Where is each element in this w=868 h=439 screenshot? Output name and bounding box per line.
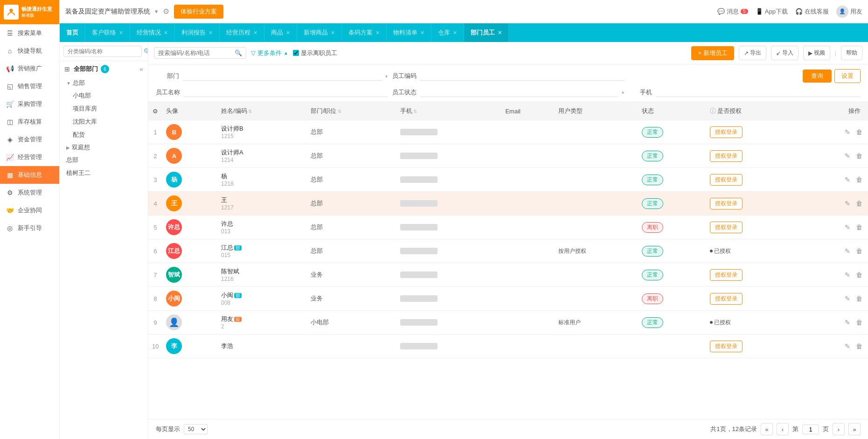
edit-btn[interactable]: ✎ <box>843 270 852 279</box>
message-btn[interactable]: 💬 消息 5 <box>717 7 748 16</box>
col-name[interactable]: 姓名/编码 ⇅ <box>217 102 307 120</box>
add-employee-btn[interactable]: + 新增员工 <box>691 46 734 60</box>
tree-leaf-plantwang[interactable]: 植树王二 <box>60 167 148 180</box>
tab-operation-process[interactable]: 经营历程 ✕ <box>220 23 264 42</box>
delete-btn[interactable]: 🗑 <box>854 223 864 232</box>
auth-btn[interactable]: 授权登录 <box>710 174 743 186</box>
filter-search-input[interactable] <box>158 49 233 56</box>
employee-name-input[interactable] <box>184 88 388 97</box>
delete-btn[interactable]: 🗑 <box>854 175 864 184</box>
more-filter-btn[interactable]: ▽ 更多条件 ▲ <box>251 49 288 57</box>
table-row[interactable]: 4 王 王1217 总部 blurred 正常 授权登录 ✎ 🗑 <box>148 192 868 216</box>
last-page-btn[interactable]: » <box>848 423 861 435</box>
set-btn[interactable]: 设置 <box>834 69 861 83</box>
delete-btn[interactable]: 🗑 <box>854 246 864 256</box>
auth-btn[interactable]: 授权登录 <box>710 198 743 209</box>
tab-profit-close[interactable]: ✕ <box>208 30 213 36</box>
table-row[interactable]: 7 智斌 陈智斌1216 业务 blurred 正常 授权登录 ✎ 🗑 <box>148 263 868 287</box>
edit-btn[interactable]: ✎ <box>843 246 852 256</box>
dept-filter-select[interactable] <box>183 71 382 81</box>
delete-btn[interactable]: 🗑 <box>854 318 864 327</box>
tab-home[interactable]: 首页 <box>60 23 85 42</box>
query-btn[interactable]: 查询 <box>803 70 832 83</box>
delete-btn[interactable]: 🗑 <box>854 151 864 160</box>
app-download-btn[interactable]: 📱 App下载 <box>756 7 788 16</box>
tab-warehouse-close[interactable]: ✕ <box>453 30 457 36</box>
settings-icon[interactable]: ⚙ <box>163 7 169 16</box>
sidebar-item-sales[interactable]: ◱ 销售管理 <box>0 77 59 95</box>
col-dept[interactable]: 部门/职位 ⇅ <box>307 102 396 120</box>
export-btn[interactable]: ↗ 导出 <box>739 46 766 60</box>
tab-customer-close[interactable]: ✕ <box>119 30 123 36</box>
sidebar-item-system[interactable]: ⚙ 系统管理 <box>0 184 59 202</box>
delete-btn[interactable]: 🗑 <box>854 341 864 351</box>
next-page-btn[interactable]: › <box>833 423 845 435</box>
prev-page-btn[interactable]: ‹ <box>777 423 789 435</box>
sidebar-item-purchase[interactable]: 🛒 采购管理 <box>0 95 59 113</box>
tab-add-goods[interactable]: 新增商品 ✕ <box>297 23 342 42</box>
auth-btn[interactable]: 授权登录 <box>710 150 743 162</box>
show-dimission-toggle[interactable]: 显示离职员工 <box>293 49 337 57</box>
tab-operation-close[interactable]: ✕ <box>164 30 168 36</box>
delete-btn[interactable]: 🗑 <box>854 127 864 137</box>
tree-leaf-xiaodian[interactable]: 小电部 <box>60 89 148 102</box>
table-row[interactable]: 2 A 设计师A1214 总部 blurred 正常 授权登录 ✎ 🗑 <box>148 144 868 168</box>
sidebar-item-inventory[interactable]: ◫ 库存核算 <box>0 113 59 131</box>
edit-btn[interactable]: ✎ <box>843 151 852 160</box>
delete-btn[interactable]: 🗑 <box>854 294 864 303</box>
col-phone[interactable]: 手机 ⇅ <box>396 102 502 120</box>
tab-profit[interactable]: 利润报告 ✕ <box>175 23 220 42</box>
edit-btn[interactable]: ✎ <box>843 318 852 327</box>
auth-btn[interactable]: 授权登录 <box>710 341 743 352</box>
auth-btn[interactable]: 授权登录 <box>710 126 743 138</box>
first-page-btn[interactable]: « <box>761 423 773 435</box>
filter-search-icon[interactable]: 🔍 <box>235 49 242 56</box>
table-row[interactable]: 6 江总 江总部015 总部 blurred 按用户授权 正常 已授权 ✎ 🗑 <box>148 239 868 263</box>
tree-leaf-shenyang[interactable]: 沈阳大库 <box>60 115 148 128</box>
tab-dept-staff-close[interactable]: ✕ <box>498 30 502 36</box>
col-settings[interactable]: ⚙ <box>148 102 162 120</box>
sidebar-item-finance[interactable]: ◈ 资金管理 <box>0 131 59 148</box>
sidebar-item-marketing[interactable]: 📢 营销推广 <box>0 60 59 77</box>
table-row[interactable]: 10 李 李浩 blurred 授权登录 ✎ 🗑 <box>148 334 868 358</box>
edit-btn[interactable]: ✎ <box>843 127 852 137</box>
edit-btn[interactable]: ✎ <box>843 223 852 232</box>
tab-material-close[interactable]: ✕ <box>420 30 424 36</box>
online-service-btn[interactable]: 🎧 在线客服 <box>795 7 829 16</box>
help-btn[interactable]: 帮助 <box>841 46 862 60</box>
edit-btn[interactable]: ✎ <box>843 175 852 184</box>
sidebar-item-search-menu[interactable]: ☰ 搜索菜单 <box>0 24 59 42</box>
table-row[interactable]: 3 杨 杨1218 总部 blurred 正常 授权登录 ✎ 🗑 <box>148 168 868 192</box>
view-btn[interactable]: ▶ 视频 <box>803 46 830 60</box>
page-input[interactable] <box>802 425 819 434</box>
tab-goods[interactable]: 商品 ✕ <box>264 23 297 42</box>
tab-goods-close[interactable]: ✕ <box>286 30 290 36</box>
tree-leaf-distribution[interactable]: 配货 <box>60 128 148 141</box>
tree-collapse-btn[interactable]: « <box>139 65 143 73</box>
show-dimission-checkbox[interactable] <box>293 50 299 56</box>
tree-group-general[interactable]: ▼ 总部 <box>60 77 148 89</box>
edit-btn[interactable]: ✎ <box>843 294 852 303</box>
tab-barcode[interactable]: 条码方案 ✕ <box>342 23 387 42</box>
auth-btn[interactable]: 授权登录 <box>710 293 743 305</box>
sidebar-item-quick-nav[interactable]: ⌂ 快捷导航 <box>0 42 59 60</box>
delete-btn[interactable]: 🗑 <box>854 199 864 208</box>
edit-btn[interactable]: ✎ <box>843 199 852 208</box>
delete-btn[interactable]: 🗑 <box>854 270 864 279</box>
sidebar-item-guide[interactable]: ◎ 新手引导 <box>0 219 59 237</box>
tab-add-goods-close[interactable]: ✕ <box>331 30 335 36</box>
dropdown-arrow[interactable]: ▾ <box>155 8 158 15</box>
tab-operation-status[interactable]: 经营情况 ✕ <box>130 23 175 42</box>
phone-filter-input[interactable] <box>656 88 861 97</box>
employee-code-input[interactable] <box>420 71 624 81</box>
table-row[interactable]: 1 B 设计师B1215 总部 blurred 正常 授权登录 ✎ 🗑 <box>148 120 868 144</box>
tab-warehouse[interactable]: 仓库 ✕ <box>431 23 464 42</box>
tab-barcode-close[interactable]: ✕ <box>375 30 380 36</box>
user-btn[interactable]: 👤 用友 <box>836 6 862 18</box>
tree-double-dream[interactable]: ▶ 双庭想 <box>60 141 148 153</box>
tree-leaf-project[interactable]: 项目库房 <box>60 102 148 115</box>
auth-btn[interactable]: 授权登录 <box>710 269 743 281</box>
tree-leaf-hq[interactable]: 总部 <box>60 153 148 167</box>
per-page-select[interactable]: 50 100 <box>184 424 208 434</box>
table-row[interactable]: 8 小闽 小闽部008 业务 blurred 离职 授权登录 ✎ 🗑 <box>148 287 868 311</box>
